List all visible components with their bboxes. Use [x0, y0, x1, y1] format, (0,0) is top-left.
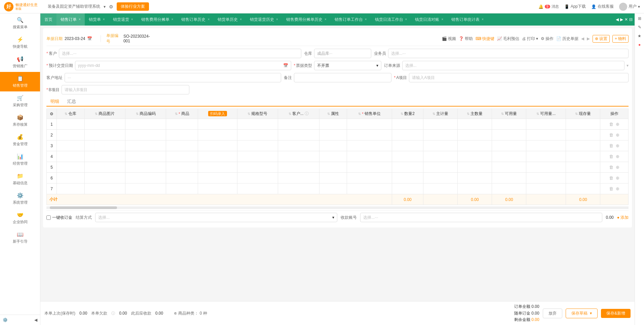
- row-product[interactable]: [166, 151, 198, 162]
- tab-close-icon[interactable]: ×: [131, 13, 133, 26]
- row-warehouse[interactable]: [57, 151, 85, 162]
- tab-next-icon[interactable]: ▶: [620, 17, 623, 22]
- col-settings[interactable]: ⚙: [47, 109, 57, 119]
- copy-icon[interactable]: ⊕: [616, 143, 619, 148]
- toolbar-nav-prev[interactable]: ◀: [581, 36, 584, 41]
- delete-icon[interactable]: 🗑: [609, 143, 613, 148]
- row-main-unit[interactable]: [423, 140, 458, 151]
- row-unit[interactable]: [347, 184, 392, 194]
- account-ellipsis-icon[interactable]: ···: [375, 215, 378, 220]
- tab-close-icon[interactable]: ×: [441, 13, 443, 26]
- right-panel-icon-2[interactable]: ✎: [636, 24, 643, 31]
- sidebar-item-purchase[interactable]: 🛒 采购管理: [0, 91, 40, 111]
- row-main-unit[interactable]: [423, 162, 458, 173]
- tab-close-all-icon[interactable]: ✕: [624, 17, 628, 22]
- sidebar-item-operations[interactable]: 📊 经营管理: [0, 150, 40, 169]
- sidebar-item-guide[interactable]: 📖 新手引导: [0, 228, 40, 247]
- settings-icon[interactable]: ⚙: [109, 4, 113, 9]
- tab-sales-order-history[interactable]: 销售订单历史 ×: [177, 13, 214, 26]
- row-customer-code[interactable]: [278, 119, 319, 130]
- row-qty2[interactable]: [392, 140, 423, 151]
- row-attribute[interactable]: [319, 184, 347, 194]
- row-main-unit[interactable]: [423, 119, 458, 130]
- row-warehouse[interactable]: [57, 162, 85, 173]
- horizontal-scrollbar[interactable]: [46, 206, 629, 209]
- help-button[interactable]: ❓ 帮助: [459, 36, 473, 42]
- warehouse-ellipsis-icon[interactable]: ···: [329, 51, 333, 56]
- col-spec[interactable]: ⇅ 规格型号: [237, 109, 278, 119]
- sidebar-item-sales[interactable]: 📋 销售管理: [0, 72, 40, 91]
- col-image[interactable]: ⇅ 商品图片: [84, 109, 125, 119]
- row-warehouse[interactable]: [57, 140, 85, 151]
- row-qty2[interactable]: [392, 119, 423, 130]
- tab-invoice-history[interactable]: 销货单历史 ×: [214, 13, 246, 26]
- tab-more-icon[interactable]: ⊟: [629, 17, 633, 22]
- row-qty2[interactable]: [392, 184, 423, 194]
- row-product[interactable]: [166, 173, 198, 184]
- order-source-input[interactable]: 选择...: [402, 61, 625, 70]
- toolbar-nav-next[interactable]: ▶: [587, 36, 590, 41]
- row-spec[interactable]: [237, 119, 278, 130]
- row-qty2[interactable]: [392, 151, 423, 162]
- col-attribute[interactable]: ⇅ 属性: [319, 109, 347, 119]
- tab-close-icon[interactable]: ×: [405, 13, 407, 26]
- row-code[interactable]: [125, 162, 166, 173]
- row-customer-code[interactable]: [278, 140, 319, 151]
- tab-return-history[interactable]: 销货退货历史 ×: [246, 13, 282, 26]
- row-customer-code[interactable]: [278, 130, 319, 140]
- customer-address-input[interactable]: ···: [65, 73, 281, 82]
- tab-home[interactable]: 首页: [40, 13, 56, 26]
- row-product[interactable]: [166, 140, 198, 151]
- col-available2[interactable]: ⇅ 可用量...: [526, 109, 566, 119]
- tab-close-icon[interactable]: ×: [103, 13, 105, 26]
- profit-button[interactable]: 📈 毛利预估: [497, 36, 519, 42]
- a-project-input[interactable]: 请输入A项目: [409, 73, 629, 82]
- copy-icon[interactable]: ⊕: [616, 186, 619, 191]
- row-customer-code[interactable]: [278, 184, 319, 194]
- sidebar-item-marketing[interactable]: 📢 营销推广: [0, 52, 40, 72]
- one-click-label[interactable]: 一键收订金: [52, 215, 72, 220]
- sidebar-item-finance[interactable]: 💰 资金管理: [0, 130, 40, 150]
- address-ellipsis-icon[interactable]: ···: [68, 75, 71, 80]
- history-button[interactable]: 📄 历史单据: [556, 36, 578, 42]
- delete-icon[interactable]: 🗑: [609, 122, 613, 127]
- tab-sales-return[interactable]: 销货退货 ×: [109, 13, 137, 26]
- col-warehouse[interactable]: ⇅ 仓库: [57, 109, 85, 119]
- remark-input[interactable]: [294, 73, 391, 82]
- row-spec[interactable]: [237, 140, 278, 151]
- row-main-qty[interactable]: [458, 130, 492, 140]
- row-main-qty[interactable]: [458, 173, 492, 184]
- shortcut-button[interactable]: ⌨ 快捷键: [476, 36, 494, 42]
- row-warehouse[interactable]: [57, 184, 85, 194]
- row-unit[interactable]: [347, 162, 392, 173]
- row-attribute[interactable]: [319, 151, 347, 162]
- row-customer-code[interactable]: [278, 173, 319, 184]
- user-menu[interactable]: 用户 ▾: [619, 3, 640, 11]
- sidebar-item-enterprise[interactable]: 🤝 企业协同: [0, 208, 40, 228]
- right-panel-icon-3[interactable]: ★: [636, 32, 643, 40]
- row-spec[interactable]: [237, 162, 278, 173]
- save-draft-button[interactable]: 保存草稿 ▾: [566, 309, 598, 318]
- settings-button[interactable]: ⊕ 设置: [593, 35, 610, 43]
- row-unit[interactable]: [347, 151, 392, 162]
- copy-icon[interactable]: ⊕: [616, 165, 619, 170]
- col-scan[interactable]: 扫码录入: [198, 109, 237, 119]
- right-panel-icon-4[interactable]: ●: [636, 41, 643, 48]
- tab-sales-invoice[interactable]: 销货单 ×: [85, 13, 109, 26]
- sidebar-item-shortcut[interactable]: ⚡ 快捷导航: [0, 33, 40, 52]
- col-customer-code[interactable]: ⇅ 客户... ⓘ: [278, 109, 319, 119]
- row-main-qty[interactable]: [458, 119, 492, 130]
- row-qty2[interactable]: [392, 173, 423, 184]
- row-customer-code[interactable]: [278, 151, 319, 162]
- operation-button[interactable]: ⚙ 操作: [541, 36, 554, 42]
- row-spec[interactable]: [237, 184, 278, 194]
- row-main-unit[interactable]: [423, 130, 458, 140]
- row-main-unit[interactable]: [423, 173, 458, 184]
- row-attribute[interactable]: [319, 140, 347, 151]
- tab-close-icon[interactable]: ×: [276, 13, 278, 26]
- tab-prev-icon[interactable]: ◀: [616, 17, 619, 22]
- row-unit[interactable]: [347, 130, 392, 140]
- delete-icon[interactable]: 🗑: [609, 154, 613, 159]
- tab-fee-history[interactable]: 销售费用分摊单历史 ×: [282, 13, 331, 26]
- row-code[interactable]: [125, 130, 166, 140]
